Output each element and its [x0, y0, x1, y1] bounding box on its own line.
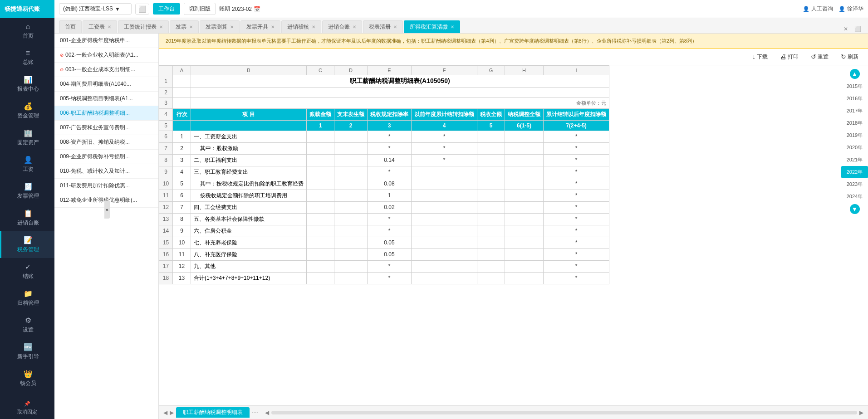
cell-c2[interactable] — [334, 154, 368, 166]
sidebar-item-tax-mgmt[interactable]: 📝 税务管理 — [0, 231, 54, 258]
cell-c5[interactable] — [477, 248, 505, 260]
cell-c4[interactable] — [412, 260, 477, 272]
row-index[interactable]: 11 — [173, 248, 191, 260]
cell-c7[interactable]: * — [544, 272, 609, 284]
cell-c1[interactable] — [307, 142, 334, 154]
cell-c1[interactable] — [307, 237, 334, 248]
sidebar-item-asset-mgmt[interactable]: 💰 资金管理 — [0, 97, 54, 124]
user-item[interactable]: 👤 徐泽华 — [839, 5, 863, 13]
form-list-item-005[interactable]: 005-纳税调整项目明细表(A1... — [54, 92, 158, 106]
year-item-2021[interactable]: 2021年 — [841, 154, 868, 166]
next-sheet-btn[interactable]: ▶ — [170, 409, 174, 416]
cell-c7[interactable]: * — [544, 142, 609, 154]
cell-c2[interactable] — [334, 131, 368, 142]
row-index[interactable]: 8 — [173, 213, 191, 225]
year-nav-down-btn[interactable]: ▼ — [850, 204, 860, 214]
cell-c6[interactable] — [505, 213, 544, 225]
tab-close-icon[interactable]: ✕ — [353, 24, 356, 29]
cell-c6[interactable] — [505, 178, 544, 190]
cell[interactable] — [173, 97, 191, 108]
cell-c2[interactable] — [334, 142, 368, 154]
year-item-2015[interactable]: 2015年 — [841, 80, 868, 93]
tab-payroll[interactable]: 工资表 ✕ — [83, 20, 117, 33]
cell-c3[interactable]: 0.14 — [368, 154, 412, 166]
cell-c7[interactable]: * — [544, 237, 609, 248]
sidebar-item-purchase-sales[interactable]: 📋 进销台账 — [0, 205, 54, 231]
cell-c6[interactable] — [505, 190, 544, 201]
sidebar-item-settlement[interactable]: ✓ 结账 — [0, 258, 54, 285]
cell-c6[interactable] — [505, 260, 544, 272]
cell-c7[interactable]: * — [544, 248, 609, 260]
cell-c7[interactable]: * — [544, 201, 609, 213]
year-item-2018[interactable]: 2018年 — [841, 117, 868, 129]
form-list-item-009[interactable]: 009-企业所得税弥补亏损明... — [54, 150, 158, 164]
workspace-button[interactable]: 工作台 — [153, 3, 180, 15]
tab-close-icon[interactable]: ✕ — [159, 24, 163, 29]
more-options-icon[interactable]: ⋯ — [252, 409, 258, 416]
switch-old-button[interactable]: 切到旧版 — [184, 3, 216, 15]
cell-c7[interactable]: * — [544, 260, 609, 272]
cell-c5[interactable] — [477, 272, 505, 284]
tab-income-tax[interactable]: 所得税汇算清缴 ✕ — [404, 20, 460, 33]
row-index[interactable]: 10 — [173, 237, 191, 248]
calendar-icon[interactable]: 📅 — [254, 6, 260, 12]
form-list-item-007[interactable]: 007-广告费和业务宣传费明... — [54, 121, 158, 135]
cell-c5[interactable] — [477, 166, 505, 178]
cell-c7[interactable]: * — [544, 166, 609, 178]
cell-c4[interactable] — [412, 248, 477, 260]
year-item-2019[interactable]: 2019年 — [841, 129, 868, 141]
cell-c5[interactable] — [477, 260, 505, 272]
row-index[interactable]: 12 — [173, 260, 191, 272]
maximize-icon[interactable]: ⬜ — [852, 25, 863, 33]
tab-sales-check[interactable]: 进销稽核 ✕ — [281, 20, 321, 33]
form-list-item-006[interactable]: 006-职工薪酬纳税调整明细... — [54, 106, 158, 121]
tab-close-icon[interactable]: ✕ — [189, 24, 193, 29]
cell-c4[interactable] — [412, 166, 477, 178]
row-index[interactable]: 2 — [173, 142, 191, 154]
cell-c7[interactable]: * — [544, 190, 609, 201]
cell-c6[interactable] — [505, 154, 544, 166]
cell-c1[interactable] — [307, 260, 334, 272]
cell-c7[interactable]: * — [544, 131, 609, 142]
cell-c3[interactable]: 0.08 — [368, 178, 412, 190]
cell-c4[interactable] — [412, 237, 477, 248]
cell-c1[interactable] — [307, 178, 334, 190]
tab-sales-ledger[interactable]: 进销台账 ✕ — [322, 20, 362, 33]
cell-c1[interactable] — [307, 190, 334, 201]
cell-c3[interactable]: 0.05 — [368, 248, 412, 260]
cell-c1[interactable] — [307, 272, 334, 284]
cell-c7[interactable]: * — [544, 225, 609, 237]
year-nav-up-btn[interactable]: ▲ — [850, 69, 860, 79]
cell-c4[interactable] — [412, 190, 477, 201]
year-item-2024[interactable]: 2024年 — [841, 190, 868, 203]
cell-c3[interactable]: 0.02 — [368, 201, 412, 213]
sidebar-item-new-guide[interactable]: 🆕 新手引导 — [0, 338, 54, 365]
sidebar-item-home[interactable]: ⌂ 首页 — [0, 18, 54, 44]
cell-c3[interactable]: * — [368, 260, 412, 272]
cell-c4[interactable] — [412, 213, 477, 225]
cell-c4[interactable]: * — [412, 131, 477, 142]
form-list-item-004[interactable]: 004-期间费用明细表(A1040... — [54, 77, 158, 92]
form-list-item-011[interactable]: 011-研发费用加计扣除优惠... — [54, 179, 158, 193]
cell-c4[interactable] — [412, 225, 477, 237]
sidebar-item-settings[interactable]: ⚙ 设置 — [0, 312, 54, 338]
cell-c6[interactable] — [505, 201, 544, 213]
tab-close-icon[interactable]: ✕ — [230, 24, 234, 29]
sidebar-item-report-center[interactable]: 📊 报表中心 — [0, 71, 54, 97]
year-item-2023[interactable]: 2023年 — [841, 178, 868, 190]
cell-c2[interactable] — [334, 248, 368, 260]
sidebar-item-archive[interactable]: 📁 归档管理 — [0, 285, 54, 312]
row-index[interactable]: 1 — [173, 131, 191, 142]
cell-c7[interactable]: * — [544, 154, 609, 166]
cell-c5[interactable] — [477, 237, 505, 248]
cell-c4[interactable]: * — [412, 154, 477, 166]
reset-button[interactable]: ↺ 重置 — [808, 52, 831, 62]
cell-c4[interactable] — [412, 178, 477, 190]
cell-c1[interactable] — [307, 131, 334, 142]
row-index[interactable]: 13 — [173, 272, 191, 284]
tab-invoice-calc[interactable]: 发票测算 ✕ — [200, 20, 240, 33]
download-button[interactable]: ↓ 下载 — [750, 52, 770, 62]
scroll-left-btn[interactable]: ◀ — [265, 409, 269, 416]
cell-c1[interactable] — [307, 166, 334, 178]
cell-c3[interactable]: 0.05 — [368, 237, 412, 248]
